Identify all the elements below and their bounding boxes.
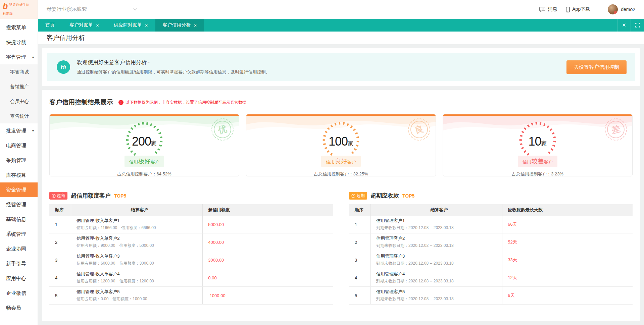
messages-button[interactable]: 消息 <box>539 6 557 12</box>
message-icon <box>539 7 545 12</box>
sidebar-item-business-mgmt[interactable]: 经营管理 <box>0 197 38 212</box>
row-index: 3 <box>49 251 71 269</box>
share-of-total: 占总信用控制客户：64.52% <box>50 171 239 176</box>
customer-name: 信用管理客户4 <box>376 271 502 277</box>
aging-days-value: 33天 <box>508 257 517 263</box>
customer-name: 信用管理客户2 <box>376 236 502 241</box>
sidebar-item-chang-member[interactable]: 畅会员 <box>0 301 38 315</box>
credit-level-badge: 信用极好客户 <box>125 156 164 167</box>
share-of-total: 占总信用控制客户：32.25% <box>246 171 436 176</box>
tab-home[interactable]: 首页 <box>38 19 62 32</box>
table-header-row: 顺序 结算客户 超信用额度 <box>49 204 333 216</box>
welcome-text: 欢迎使用好生意客户信用分析~ 通过控制结算客户的信用额度/信用期限，可实时掌握客… <box>77 59 566 75</box>
sidebar-item-label: 企业微信 <box>6 290 26 296</box>
customer-count-unit: 家 <box>151 140 157 148</box>
account-selector-value: 母婴行业演示账套 <box>47 6 87 12</box>
customer-detail: 到期未收款日期：2020.12.08 -- 2023.03.18 <box>376 225 502 231</box>
sidebar-item-label: 新手引导 <box>6 261 26 266</box>
overdue-table: 超期 超期应收款 TOP5 顺序 结算客户 应收账龄最长天数 1 信用 <box>349 192 633 305</box>
results-panel: 客户信用控制结果展示 ! 以下数据仅为示例，非真实数据，设置了信用控制后可展示真… <box>42 90 640 321</box>
credit-summary-cards: 200 家 信用极好客户 占总信用控制客户：64.52% 优 <box>49 114 633 176</box>
sidebar-item-retail-stats[interactable]: 零售统计 <box>0 109 38 123</box>
sidebar-item-label: 库存核算 <box>6 172 26 178</box>
grade-stamp-good: 良 <box>406 116 433 143</box>
brand-logo-block[interactable]: b 畅捷通好生意 标准版 <box>0 0 38 19</box>
sidebar-item-inventory-accounting[interactable]: 库存核算 <box>0 168 38 182</box>
share-of-total: 占总信用控制客户：3.23% <box>443 171 632 176</box>
stamp-character: 差 <box>605 119 627 140</box>
user-menu[interactable]: demo2 <box>608 4 635 14</box>
sidebar-item-basic-info[interactable]: 基础信息 <box>0 212 38 227</box>
tab-close-icon[interactable]: × <box>145 23 148 28</box>
setup-credit-control-button[interactable]: 去设置客户信用控制 <box>566 60 627 74</box>
credit-card-poor: 10 家 信用较差客户 占总信用控制客户：3.23% 差 <box>443 114 633 176</box>
tab-customer-credit-analysis[interactable]: 客户信用分析 × <box>155 19 204 32</box>
row-index: 1 <box>49 216 71 233</box>
welcome-subtitle: 通过控制结算客户的信用额度/信用期限，可实时掌握客户欠款超期等信用信息，及时进行… <box>77 69 566 75</box>
table-row: 5 信用管理-收入单客户5信用占用额：0.00 信用额度：1000.00 -10… <box>49 287 333 305</box>
results-section-head: 客户信用控制结果展示 ! 以下数据仅为示例，非真实数据，设置了信用控制后可展示真… <box>49 98 633 107</box>
sidebar-item-funds-mgmt[interactable]: 资金管理 <box>0 182 38 197</box>
aging-days-value: 12天 <box>508 275 517 281</box>
results-title: 客户信用控制结果展示 <box>49 98 113 107</box>
sample-data-note: ! 以下数据仅为示例，非真实数据，设置了信用控制后可展示真实数据 <box>118 100 246 105</box>
brand-logo-icon: b <box>3 2 8 10</box>
overdue-title: 超期应收款 <box>370 192 399 200</box>
table-row: 2 信用管理-收入单客户2信用占用额：9000.00 信用额度：5000.00 … <box>49 233 333 251</box>
fullscreen-icon <box>635 23 640 28</box>
customer-detail: 信用占用额：9000.00 信用额度：5000.00 <box>77 243 202 249</box>
customer-detail: 到期未收款日期：2020.12.08 -- 2023.03.18 <box>376 278 502 284</box>
topbar-right: 消息 App下载 demo2 <box>539 4 635 14</box>
table-row: 5 信用管理客户5到期未收款日期：2020.12.08 -- 2023.03.1… <box>349 287 633 305</box>
tab-label: 供应商对账单 <box>114 22 142 28</box>
caret-up-icon: ▲ <box>32 50 35 64</box>
table-row: 4 信用管理客户4到期未收款日期：2020.12.08 -- 2023.03.1… <box>349 269 633 287</box>
sidebar-item-label: 批发管理 <box>6 128 26 133</box>
sidebar-item-label: 资金管理 <box>6 187 26 193</box>
sidebar-item-quick-nav[interactable]: 快捷导航 <box>0 35 38 50</box>
main-area: 母婴行业演示账套 消息 App下载 demo2 <box>38 0 644 325</box>
tab-customer-statement[interactable]: 客户对账单 × <box>62 19 106 32</box>
badge-emphasis: 良好 <box>335 158 347 165</box>
tab-supplier-statement[interactable]: 供应商对账单 × <box>106 19 155 32</box>
customer-detail: 信用占用额：11666.00 信用额度：6666.00 <box>77 225 202 231</box>
sidebar-item-retail-mgmt[interactable]: 零售管理▲ <box>0 50 38 64</box>
gauge: 200 家 <box>123 120 166 159</box>
sidebar-item-enterprise-collab[interactable]: 企业协同 <box>0 241 38 256</box>
sidebar-item-search-menu[interactable]: 搜索菜单 <box>0 20 38 35</box>
topbar: 母婴行业演示账套 消息 App下载 demo2 <box>38 0 644 19</box>
over-credit-value: 4000.00 <box>208 240 224 245</box>
sidebar-item-label: 经营管理 <box>6 202 26 207</box>
card-top-stripe <box>246 114 436 116</box>
sidebar-item-wholesale-mgmt[interactable]: 批发管理▼ <box>0 123 38 138</box>
sidebar-item-label: 基础信息 <box>6 216 26 222</box>
sidebar-item-retail-mall[interactable]: 零售商城 <box>0 64 38 79</box>
credit-card-excellent: 200 家 信用极好客户 占总信用控制客户：64.52% 优 <box>49 114 239 176</box>
sidebar-item-label: 采购管理 <box>6 157 26 163</box>
row-index: 1 <box>349 216 370 233</box>
aging-days-value: 6天 <box>508 292 514 299</box>
fullscreen-button[interactable] <box>631 19 644 32</box>
sidebar-item-system-mgmt[interactable]: 系统管理 <box>0 227 38 241</box>
topbar-divider <box>599 6 599 13</box>
customer-detail: 信用占用额：0.00 信用额度：1000.00 <box>77 296 202 302</box>
yen-circle-icon <box>52 194 56 198</box>
close-all-tabs-button[interactable]: ✕ <box>617 19 631 32</box>
over-credit-value: 3000.00 <box>208 258 224 263</box>
sidebar-item-app-center[interactable]: 应用中心 <box>0 271 38 286</box>
table-row: 4 信用管理-收入单客户4信用占用额：1200.00 信用额度：1200.00 … <box>49 269 333 287</box>
sidebar-item-ecommerce-mgmt[interactable]: 电商管理 <box>0 138 38 153</box>
sidebar-item-label: 企业协同 <box>6 246 26 252</box>
welcome-banner: Hi 欢迎使用好生意客户信用分析~ 通过控制结算客户的信用额度/信用期限，可实时… <box>47 53 635 81</box>
badge-label: 超期 <box>357 193 365 199</box>
sidebar-item-member-center[interactable]: 会员中心 <box>0 94 38 109</box>
account-selector[interactable]: 母婴行业演示账套 <box>47 4 137 15</box>
sidebar-item-marketing[interactable]: 营销推广 <box>0 79 38 94</box>
tab-close-icon[interactable]: × <box>194 23 197 28</box>
tab-close-icon[interactable]: × <box>96 23 99 28</box>
sidebar-item-wechat-work[interactable]: 企业微信 <box>0 286 38 301</box>
sidebar-item-purchase-mgmt[interactable]: 采购管理 <box>0 153 38 168</box>
close-icon: ✕ <box>622 22 626 28</box>
sidebar-item-beginner-guide[interactable]: 新手引导 <box>0 256 38 271</box>
app-download-button[interactable]: App下载 <box>566 6 590 12</box>
